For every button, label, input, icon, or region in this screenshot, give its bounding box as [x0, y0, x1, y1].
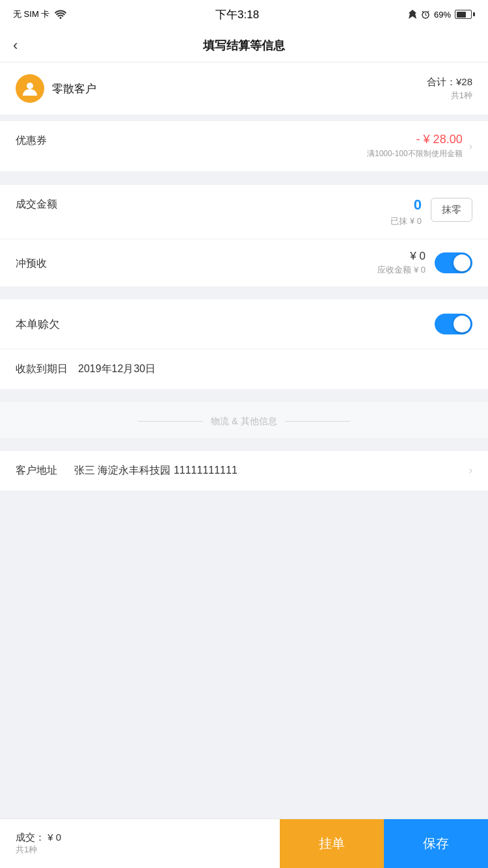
debt-section: 本单赊欠 收款到期日 2019年12月30日 [0, 299, 488, 389]
amount-sub: 已抹 ¥ 0 [390, 215, 422, 227]
coupon-amount: - ¥ 28.00 [367, 133, 463, 146]
toggle-knob [454, 254, 470, 271]
wifi-icon [55, 10, 66, 19]
status-left: 无 SIM 卡 [13, 8, 66, 20]
prepay-row: 冲预收 ¥ 0 应收金额 ¥ 0 [0, 239, 488, 286]
transaction-label: 成交金额 [16, 197, 68, 211]
logistics-text: 物流 & 其他信息 [211, 416, 277, 427]
duedate-row[interactable]: 收款到期日 2019年12月30日 [0, 349, 488, 389]
address-label: 客户地址 [16, 464, 68, 478]
prepay-toggle[interactable] [435, 252, 472, 273]
duedate-label: 收款到期日 [16, 362, 68, 376]
status-bar: 无 SIM 卡 下午3:18 69% [0, 0, 488, 29]
round-button[interactable]: 抹零 [431, 198, 472, 222]
coupon-right: - ¥ 28.00 满1000-100不限制使用金额 › [68, 133, 472, 159]
transaction-section: 成交金额 0 已抹 ¥ 0 抹零 冲预收 ¥ 0 应收金额 ¥ 0 [0, 184, 488, 286]
bottom-bar: 成交： ¥ 0 共1种 挂单 保存 [0, 819, 488, 868]
address-value: 张三 海淀永丰科技园 11111111111 [68, 464, 464, 478]
debt-toggle-knob [454, 316, 470, 332]
back-button[interactable]: ‹ [13, 37, 18, 54]
transaction-right: 0 已抹 ¥ 0 抹零 [390, 197, 472, 227]
customer-avatar [16, 74, 44, 103]
debt-toggle[interactable] [435, 314, 472, 334]
customer-name: 零散客户 [52, 81, 96, 96]
prepay-amount: ¥ 0 [377, 250, 426, 263]
transaction-row: 成交金额 0 已抹 ¥ 0 抹零 [0, 184, 488, 239]
debt-row: 本单赊欠 [0, 299, 488, 349]
coupon-section: 优惠券 - ¥ 28.00 满1000-100不限制使用金额 › [0, 121, 488, 171]
location-icon [408, 10, 417, 19]
content-area: 零散客户 合计：¥28 共1种 优惠券 - ¥ 28.00 满1000-100不… [0, 62, 488, 679]
prepay-sub: 应收金额 ¥ 0 [377, 264, 426, 276]
address-row[interactable]: 客户地址 张三 海淀永丰科技园 11111111111 › [0, 451, 488, 491]
nav-bar: ‹ 填写结算等信息 [0, 29, 488, 62]
address-chevron: › [469, 465, 472, 476]
page-title: 填写结算等信息 [203, 38, 285, 53]
bottom-summary: 成交： ¥ 0 共1种 [0, 832, 280, 856]
battery-icon [455, 10, 475, 19]
customer-left: 零散客户 [16, 74, 96, 103]
divider-gray-1 [0, 178, 488, 184]
logistics-section: 物流 & 其他信息 [0, 402, 488, 438]
bottom-summary-title: 成交： ¥ 0 [16, 832, 264, 844]
prepay-right: ¥ 0 应收金额 ¥ 0 [377, 250, 472, 276]
duedate-value: 2019年12月30日 [78, 362, 156, 376]
battery-percent: 69% [434, 10, 451, 20]
logistics-divider: 物流 & 其他信息 [0, 402, 488, 438]
bottom-summary-count: 共1种 [16, 844, 264, 856]
status-right: 69% [408, 10, 475, 20]
address-section: 客户地址 张三 海淀永丰科技园 11111111111 › [0, 451, 488, 491]
prepay-info: ¥ 0 应收金额 ¥ 0 [377, 250, 426, 276]
divider-gray-3 [0, 396, 488, 402]
coupon-value: - ¥ 28.00 满1000-100不限制使用金额 [367, 133, 463, 159]
hold-button[interactable]: 挂单 [280, 819, 384, 868]
bottom-spacer [0, 497, 488, 627]
user-icon [21, 80, 38, 97]
coupon-desc: 满1000-100不限制使用金额 [367, 148, 463, 159]
bottom-actions: 挂单 保存 [280, 819, 488, 868]
no-sim-text: 无 SIM 卡 [13, 8, 49, 20]
customer-row: 零散客户 合计：¥28 共1种 [0, 62, 488, 115]
alarm-icon [421, 10, 430, 19]
coupon-label: 优惠券 [16, 133, 68, 148]
status-time: 下午3:18 [215, 7, 259, 22]
amount-info: 0 已抹 ¥ 0 [390, 197, 422, 227]
logistics-line: 物流 & 其他信息 [138, 416, 349, 427]
coupon-row[interactable]: 优惠券 - ¥ 28.00 满1000-100不限制使用金额 › [0, 121, 488, 171]
customer-count: 共1种 [427, 90, 472, 102]
save-button[interactable]: 保存 [384, 819, 488, 868]
divider-gray-2 [0, 293, 488, 299]
coupon-chevron: › [469, 141, 472, 152]
divider-gray-4 [0, 444, 488, 451]
customer-section: 零散客户 合计：¥28 共1种 [0, 62, 488, 115]
prepay-label: 冲预收 [16, 256, 68, 271]
customer-total: 合计：¥28 [427, 76, 472, 88]
amount-value: 0 [390, 197, 422, 213]
customer-right: 合计：¥28 共1种 [427, 76, 472, 102]
debt-label: 本单赊欠 [16, 317, 60, 332]
svg-point-1 [27, 83, 33, 89]
